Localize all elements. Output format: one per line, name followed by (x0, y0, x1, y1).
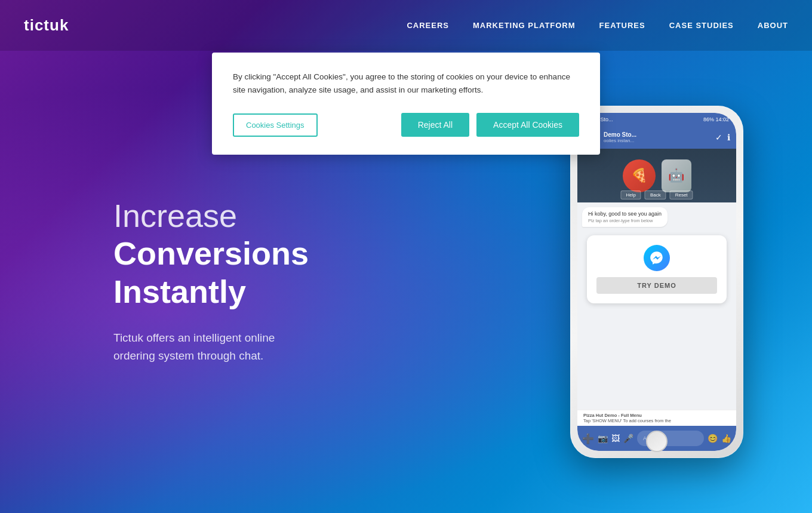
cookie-text: By clicking "Accept All Cookies", you ag… (233, 70, 579, 96)
reject-all-button[interactable]: Reject All (401, 113, 469, 137)
cookie-overlay: By clicking "Accept All Cookies", you ag… (0, 0, 812, 513)
cookie-buttons: Cookies Settings Reject All Accept All C… (233, 113, 579, 137)
cookies-settings-button[interactable]: Cookies Settings (233, 113, 318, 137)
cookie-banner: By clicking "Accept All Cookies", you ag… (212, 53, 600, 155)
accept-all-cookies-button[interactable]: Accept All Cookies (476, 113, 579, 137)
